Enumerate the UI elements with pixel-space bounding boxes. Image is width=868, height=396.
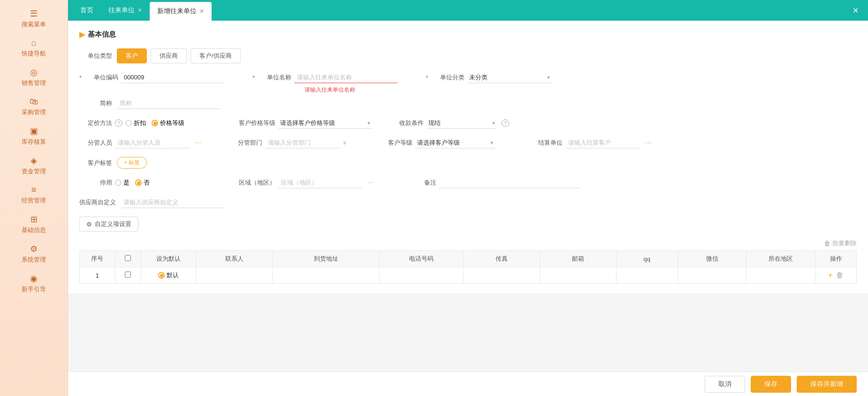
col-address: 到货地址 <box>273 251 380 267</box>
region-input[interactable] <box>278 177 363 188</box>
cell-fax[interactable] <box>464 267 540 284</box>
payment-terms-select[interactable]: 现结 <box>426 117 497 129</box>
cancel-button[interactable]: 取消 <box>705 376 745 393</box>
batch-delete-area: 🗑 批量删除 <box>79 239 857 248</box>
customer-price-select[interactable]: 请选择客户价格等级 <box>278 117 372 129</box>
customer-level-label: 客户等级 <box>380 139 412 147</box>
cell-region[interactable] <box>746 267 815 284</box>
pricing-help-icon[interactable]: ? <box>115 119 122 127</box>
window-close-icon[interactable]: ✕ <box>848 6 863 15</box>
cell-phone[interactable] <box>379 267 463 284</box>
sidebar-item-quicknav[interactable]: ⌂ 快捷导航 <box>0 33 68 62</box>
sidebar-item-sales[interactable]: ◎ 销售管理 <box>0 62 68 92</box>
note-input[interactable] <box>439 177 580 188</box>
row-checkbox[interactable] <box>125 272 131 278</box>
pricing-field: 定价方法 ? 折扣 价格等级 <box>79 119 220 127</box>
sidebar-item-basic-info[interactable]: ⊞ 基础信息 <box>0 210 68 239</box>
radio-disabled-no[interactable]: 否 <box>135 179 150 187</box>
col-wechat: 微信 <box>678 251 746 267</box>
sidebar-item-search[interactable]: ☰ 搜索菜单 <box>0 4 68 33</box>
cell-address[interactable] <box>273 267 380 284</box>
region-field: 区域（地区） ··· <box>239 177 375 188</box>
add-tag-button[interactable]: + 标签 <box>117 157 147 169</box>
sidebar-item-label: 新手引导 <box>22 285 46 294</box>
alias-input[interactable] <box>117 98 220 109</box>
manager-ellipsis[interactable]: ··· <box>193 139 203 147</box>
settlement-ellipsis[interactable]: ··· <box>643 139 653 147</box>
unit-name-input[interactable] <box>294 72 397 83</box>
customer-level-select[interactable]: 请选择客户等级 <box>415 137 495 148</box>
unit-category-select[interactable]: 未分类 <box>467 72 552 83</box>
department-input[interactable] <box>265 137 340 148</box>
purchase-icon: 🛍 <box>30 97 38 107</box>
btn-supplier[interactable]: 供应商 <box>151 48 187 63</box>
region-ellipsis[interactable]: ··· <box>365 179 375 187</box>
cell-wechat[interactable] <box>678 267 746 284</box>
cell-email[interactable] <box>540 267 616 284</box>
tab-new-counterparty-close[interactable]: ✕ <box>199 8 204 15</box>
radio-price-level[interactable]: 价格等级 <box>152 119 184 127</box>
disabled-label: 停用 <box>79 179 112 187</box>
tags-row: 客户标签 + 标签 <box>79 157 857 169</box>
sidebar-item-inventory[interactable]: ▣ 库存核算 <box>0 121 68 151</box>
sales-icon: ◎ <box>30 67 38 78</box>
fax-input[interactable] <box>483 272 520 279</box>
department-field: 分管部门 ▾ <box>229 137 361 148</box>
sidebar-item-system[interactable]: ⚙ 系统管理 <box>0 239 68 269</box>
supplier-custom-input[interactable] <box>121 197 224 208</box>
radio-circle-price-level <box>152 120 158 126</box>
btn-customer[interactable]: 客户 <box>117 48 147 63</box>
region-label: 区域（地区） <box>239 179 275 187</box>
select-all-checkbox[interactable] <box>125 255 131 261</box>
basic-info-icon: ⊞ <box>30 214 38 225</box>
sidebar-item-label: 资金管理 <box>22 167 46 176</box>
row-default-label: 默认 <box>167 271 179 280</box>
batch-delete-label[interactable]: 批量删除 <box>832 239 857 248</box>
save-new-button[interactable]: 保存并新增 <box>797 376 857 393</box>
qq-input[interactable] <box>633 272 661 279</box>
delete-row-icon[interactable]: 🗑 <box>836 271 844 280</box>
settlement-input[interactable] <box>565 137 640 148</box>
btn-both[interactable]: 客户/供应商 <box>190 48 241 63</box>
add-row-icon[interactable]: + <box>828 271 832 280</box>
email-input[interactable] <box>559 272 597 279</box>
unit-code-input[interactable] <box>121 72 224 83</box>
tab-counterparty-label: 往来单位 <box>108 6 135 15</box>
cell-contact[interactable] <box>196 267 273 284</box>
unit-info-row: * 单位编码 * 单位名称 * 单位分类 <box>79 72 857 83</box>
custom-settings-button[interactable]: ⚙ 自定义项设置 <box>79 217 138 232</box>
manager-input[interactable] <box>115 137 190 148</box>
contact-input[interactable] <box>215 272 253 279</box>
sidebar-item-label: 搜索菜单 <box>22 20 46 29</box>
sidebar-item-finance[interactable]: ◈ 资金管理 <box>0 151 68 180</box>
supplier-custom-row: 供应商自定义 <box>79 197 857 208</box>
cell-qq[interactable] <box>616 267 678 284</box>
contact-table: 序号 设为默认 联系人 到货地址 电话号码 传真 邮箱 qq 微信 所在地区 <box>79 250 857 284</box>
sidebar-item-purchase[interactable]: 🛍 采购管理 <box>0 92 68 121</box>
pricing-radio-group: 折扣 价格等级 <box>125 119 184 127</box>
row-region-input[interactable] <box>764 272 797 279</box>
wechat-input[interactable] <box>696 272 729 279</box>
sidebar-item-label: 采购管理 <box>22 108 46 116</box>
tab-counterparty-close[interactable]: ✕ <box>137 7 142 14</box>
payment-help-icon[interactable]: ? <box>502 119 509 127</box>
tab-home[interactable]: 首页 <box>73 0 101 21</box>
col-qq: qq <box>616 251 678 267</box>
row-default-radio[interactable]: 默认 <box>146 271 191 280</box>
payment-terms-label: 收款条件 <box>391 119 424 127</box>
row-default-circle <box>158 272 165 279</box>
main-area: 首页 往来单位 ✕ 新增往来单位 ✕ ✕ ▶ 基本信息 单位类型 客户 供 <box>68 0 868 396</box>
sidebar-item-guide[interactable]: ◉ 新手引导 <box>0 269 68 298</box>
sidebar: ☰ 搜索菜单 ⌂ 快捷导航 ◎ 销售管理 🛍 采购管理 ▣ 库存核算 ◈ 资金管… <box>0 0 68 396</box>
cell-action: + 🗑 <box>815 267 857 284</box>
tab-new-counterparty[interactable]: 新增往来单位 ✕ <box>150 2 212 21</box>
col-region: 所在地区 <box>746 251 815 267</box>
sidebar-item-operations[interactable]: ≡ 经营管理 <box>0 180 68 210</box>
address-input[interactable] <box>298 272 354 279</box>
save-button[interactable]: 保存 <box>751 376 791 393</box>
sidebar-item-label: 快捷导航 <box>22 49 46 58</box>
tab-counterparty[interactable]: 往来单位 ✕ <box>101 0 150 21</box>
radio-disabled-yes[interactable]: 是 <box>115 179 129 187</box>
phone-input[interactable] <box>400 272 442 279</box>
radio-discount[interactable]: 折扣 <box>125 119 146 127</box>
